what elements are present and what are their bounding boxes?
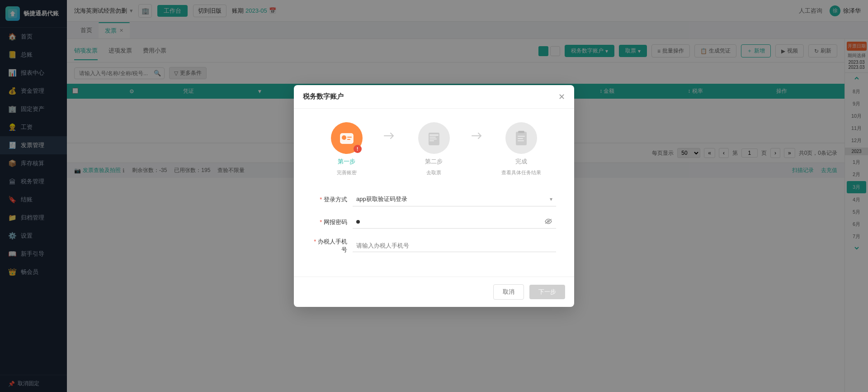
svg-rect-13 [518,136,525,137]
password-row: * 网报密码 [312,215,556,229]
login-method-row: * 登录方式 app获取验证码登录 ▾ [312,192,556,206]
step-1-icon-wrap: ! [331,122,363,154]
password-toggle-btn[interactable] [544,218,552,225]
svg-rect-10 [429,140,434,141]
step-2: 第二步 去取票 [399,122,468,176]
step-2-icon [420,124,448,152]
step-1-desc: 完善账密 [337,169,357,176]
login-method-arrow: ▾ [550,196,552,202]
phone-row: * 办税人手机号 [312,238,556,254]
svg-rect-4 [347,137,352,138]
step-3-icon-wrap [505,122,537,154]
cancel-btn[interactable]: 取消 [493,284,524,300]
step-1-badge: ! [354,145,362,153]
modal-overlay[interactable]: 税务数字账户 ✕ [0,0,868,392]
svg-rect-14 [518,138,523,139]
phone-input[interactable] [353,239,556,252]
step-1-label: 第一步 [338,158,355,166]
modal-body: ! 第一步 完善账密 [294,109,574,277]
svg-rect-15 [518,140,524,141]
modal-header: 税务数字账户 ✕ [294,85,574,109]
svg-rect-5 [347,139,350,140]
password-dot [356,220,360,224]
password-label: * 网报密码 [312,218,353,226]
step-2-icon-wrap [418,122,450,154]
step-2-desc: 去取票 [426,169,441,176]
svg-rect-8 [429,137,436,138]
svg-rect-12 [518,131,524,133]
step-arrow-1 [381,122,399,140]
svg-rect-7 [429,134,439,136]
modal-title: 税务数字账户 [303,92,344,101]
tax-account-modal: 税务数字账户 ✕ [294,85,574,307]
login-method-select[interactable]: app获取验证码登录 ▾ [353,192,556,206]
step-arrow-2 [469,122,487,140]
svg-rect-9 [429,139,437,139]
phone-label: * 办税人手机号 [312,238,353,254]
next-btn[interactable]: 下一步 [529,285,565,299]
login-method-value: app获取验证码登录 [356,195,407,203]
step-1: ! 第一步 完善账密 [312,122,381,176]
step-3-desc: 查看具体任务结果 [501,169,541,176]
step-2-label: 第二步 [425,158,443,166]
modal-footer: 取消 下一步 [294,277,574,307]
step-3: 完成 查看具体任务结果 [487,122,556,176]
password-field [353,215,556,229]
login-method-label: * 登录方式 [312,196,353,204]
step-3-label: 完成 [515,158,527,166]
modal-close-btn[interactable]: ✕ [558,93,565,101]
step-3-icon [508,124,535,152]
svg-point-2 [342,135,346,140]
steps: ! 第一步 完善账密 [312,122,556,176]
